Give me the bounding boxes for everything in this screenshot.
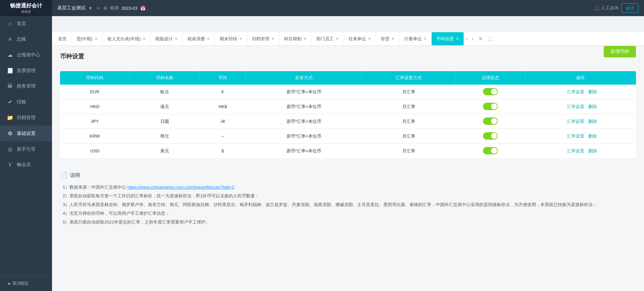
tab-close-subject-init[interactable]: ✕ [304,37,307,41]
cell-action-1: 汇率设置 删除 [525,99,636,114]
tab-inventory[interactable]: 存货 ✕ [376,32,399,46]
sidebar-item-guide[interactable]: ◎ 新手引导 [0,141,52,157]
tab-currency[interactable]: 币种设置 ✕ [432,32,464,46]
tab-unit[interactable]: 计量单位 ✕ [399,32,432,46]
period-label: 账期 [110,5,119,11]
toggle-enabled-4[interactable] [483,147,498,154]
tab-tax-list[interactable]: 税表清册 ✕ [183,32,215,46]
tab-close-period-transfer[interactable]: ✕ [239,37,242,41]
cell-action-3: 汇率设置 删除 [525,129,636,144]
tab-close-unit[interactable]: ✕ [424,37,427,41]
tab-nav-prev[interactable]: ‹ [464,36,470,42]
tab-maximize-icon[interactable]: ⛶ [485,36,495,42]
sidebar-label-guide: 新手引导 [17,146,36,152]
tab-nav-next[interactable]: › [470,36,476,42]
tab-income-report[interactable]: 收入支出表(年报) ✕ [103,32,151,46]
toggle-enabled-3[interactable] [483,132,498,140]
tab-dept-staff[interactable]: 部门员工 ✕ [312,32,344,46]
tab-subject-init[interactable]: 科目期初 ✕ [279,32,312,46]
tab-template[interactable]: 模版设计 ✕ [151,32,183,46]
logo-area: 畅捷通好会计 旗舰版 [0,0,52,16]
rate-setting-btn-1[interactable]: 汇率设置 [567,104,584,109]
cell-name-2: 日圆 [129,114,200,129]
tab-home[interactable]: 首页 [53,32,72,46]
tab-close-dept-staff[interactable]: ✕ [336,37,339,41]
account-button[interactable]: 会计 [621,3,639,13]
toggle-thumb-2 [491,118,497,124]
toggle-enabled-2[interactable] [483,117,498,125]
sidebar: ⌂ 首页 ≡ 总账 ☁ 云报表中心 🧾 发票管理 🏛 税务管理 ✔ 结账 📁 归… [0,16,52,291]
toggle-enabled-1[interactable] [483,103,498,110]
add-company-icon[interactable]: ＋ [95,5,101,12]
tab-contacts[interactable]: 往来单位 ✕ [344,32,376,46]
tab-period-transfer[interactable]: 期末结转 ✕ [215,32,247,46]
cell-enabled-4 [455,144,526,158]
sidebar-item-settings[interactable]: ⚙ 基础设置 [0,126,52,141]
cell-code-0: EUR [60,85,129,99]
home-icon: ⌂ [7,21,13,27]
settings-icon[interactable]: ⚙ [103,6,107,11]
rate-setting-btn-0[interactable]: 汇率设置 [567,89,584,94]
tab-close-inventory[interactable]: ✕ [391,37,394,41]
sidebar-item-tax[interactable]: 🏛 税务管理 [0,79,52,94]
sidebar-item-invoice[interactable]: 🧾 发票管理 [0,63,52,79]
rate-setting-btn-2[interactable]: 汇率设置 [567,119,584,124]
table-body: EUR 欧元 € 原币*汇率=本位币 月汇率 汇率设置 删除 HKD 港元 HK… [60,85,636,158]
tab-label-subject-init: 科目期初 [284,36,302,42]
tab-close-archive[interactable]: ✕ [271,37,274,41]
notice-title: 📄 说明 [60,172,636,179]
help-button[interactable]: 🎧 人工咨询 [594,5,619,11]
new-currency-button[interactable]: 新增币种 [604,46,636,57]
gear-icon: ⚙ [7,130,13,137]
delete-btn-4[interactable]: 删除 [588,148,597,153]
delete-btn-2[interactable]: 删除 [588,119,597,124]
cell-enabled-1 [455,99,526,114]
cell-calc-1: 原币*汇率=本位币 [246,99,362,114]
tab-close-currency[interactable]: ✕ [456,37,459,41]
delete-btn-1[interactable]: 删除 [588,104,597,109]
notice-link[interactable]: https://www.chinamoney.com.cn/chinese/bk… [127,185,234,190]
rate-setting-btn-3[interactable]: 汇率设置 [567,134,584,139]
tab-archive[interactable]: 归档管理 ✕ [247,32,279,46]
top-right: 🎧 人工咨询 会计 [594,3,639,13]
tab-close-loan[interactable]: ✕ [95,37,98,41]
sidebar-item-checkout[interactable]: ✔ 结账 [0,94,52,110]
sidebar-item-home[interactable]: ⌂ 首页 [0,16,52,32]
sidebar-label-member: 畅会员 [17,162,31,168]
toggle-thumb-4 [491,148,497,154]
sidebar-item-archive[interactable]: 📁 归档管理 [0,110,52,126]
company-dropdown-icon[interactable]: ▼ [88,6,93,11]
calendar-icon[interactable]: 📅 [140,6,146,11]
cell-rate-type-4: 月汇率 [362,144,455,158]
toggle-thumb-0 [491,89,497,95]
tab-close-template[interactable]: ✕ [175,37,178,41]
sidebar-label-invoice: 发票管理 [17,68,36,74]
sidebar-item-ledger[interactable]: ≡ 总账 [0,32,52,47]
cell-symbol-2: J¥ [200,114,246,129]
toggle-enabled-0[interactable] [483,88,498,95]
sidebar-label-home: 首页 [17,21,26,27]
cell-rate-type-0: 月汇率 [362,85,455,99]
tab-label-dept-staff: 部门员工 [316,36,334,42]
tab-bar: 首页 贷(中期) ✕ 收入支出表(年报) ✕ 模版设计 ✕ 税表清册 ✕ 期末结… [52,32,644,46]
col-action: 操作 [525,71,636,85]
tab-close-all-icon[interactable]: ✕ [476,36,485,42]
notice-item-1: 1）数据来源：中国外汇交易中心 https://www.chinamoney.c… [63,183,636,192]
tab-close-tax-list[interactable]: ✕ [207,37,210,41]
table-header: 币种代码 币种名称 币符 折算方式 汇率设置方式 启用状态 操作 [60,71,636,85]
tab-close-contacts[interactable]: ✕ [368,37,371,41]
cell-code-1: HKD [60,99,129,114]
currency-table: 币种代码 币种名称 币符 折算方式 汇率设置方式 启用状态 操作 EUR 欧元 … [60,71,636,158]
rate-setting-btn-4[interactable]: 汇率设置 [567,148,584,153]
sidebar-item-reports[interactable]: ☁ 云报表中心 [0,47,52,63]
delete-btn-3[interactable]: 删除 [588,134,597,139]
sidebar-item-member[interactable]: V 畅会员 [0,157,52,173]
tab-label-period-transfer: 期末结转 [220,36,237,42]
sidebar-pin-toggle[interactable]: ◄ 取消固定 [0,276,52,291]
tab-label-tax-list: 税表清册 [187,36,205,42]
tab-close-income-report[interactable]: ✕ [143,37,146,41]
page-content: 币种设置 新增币种 币种代码 币种名称 币符 折算方式 汇率设置方式 启用状态 … [52,46,644,291]
tab-loan[interactable]: 贷(中期) ✕ [72,32,103,46]
delete-btn-0[interactable]: 删除 [588,89,597,94]
tab-label-unit: 计量单位 [404,36,422,42]
